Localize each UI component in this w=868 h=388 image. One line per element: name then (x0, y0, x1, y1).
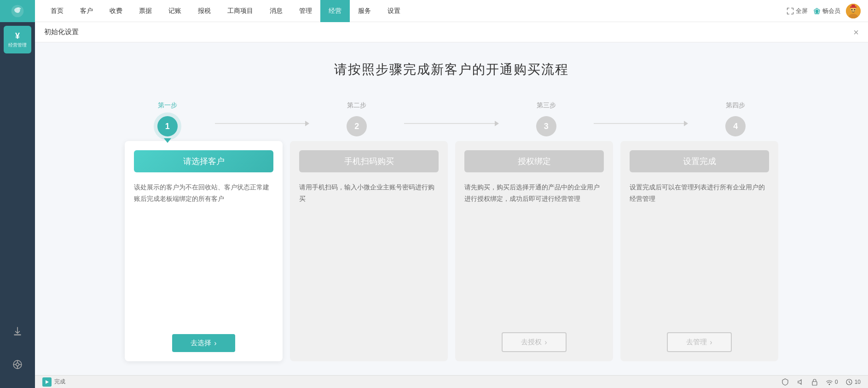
nav-right-area: 全屏 畅会员 (787, 4, 861, 18)
bottom-bar: 完成 (35, 375, 868, 388)
card-step-2: 手机扫码购买 请用手机扫码，输入小微企业主账号密码进行购买 (290, 141, 448, 361)
svg-rect-18 (14, 334, 21, 335)
svg-point-23 (828, 383, 830, 385)
svg-marker-21 (46, 380, 49, 384)
step-1-header: 第一步 1 (120, 101, 215, 136)
clock-value: 10 (855, 379, 861, 385)
step-4-header: 第四步 4 (688, 101, 783, 136)
step-3-node: 3 (536, 116, 556, 136)
wizard-title: 请按照步骤完成新客户的开通购买流程 (334, 61, 569, 78)
nav-item-bookkeeping[interactable]: 记账 (160, 0, 190, 22)
step-1-label: 第一步 (158, 101, 177, 110)
step-2-node: 2 (347, 116, 367, 136)
nav-item-business[interactable]: 工商项目 (219, 0, 261, 22)
card-step-4: 设置完成 设置完成后可以在管理列表进行所有企业用户的经营管理 去管理 › (620, 141, 778, 361)
card-4-desc: 设置完成后可以在管理列表进行所有企业用户的经营管理 (630, 182, 769, 323)
main-layout: ¥ 经营管理 (0, 22, 868, 388)
clock-status: 10 (845, 378, 861, 386)
status-right: 0 10 (781, 378, 861, 386)
cards-row: 请选择客户 该处展示的客户为不在回收站、客户状态正常建账后完成老板端绑定的所有客… (125, 141, 778, 361)
content-area: 初始化设置 × 请按照步骤完成新客户的开通购买流程 第一步 1 (35, 22, 868, 388)
play-icon (42, 377, 52, 387)
svg-point-15 (854, 9, 856, 10)
card-2-desc: 请用手机扫码，输入小微企业主账号密码进行购买 (299, 182, 439, 343)
nav-menu: 首页 客户 收费 票据 记账 报税 工商项目 消息 管理 经营 服务 设置 (42, 0, 787, 22)
nav-item-message[interactable]: 消息 (261, 0, 291, 22)
go-select-arrow: › (214, 339, 216, 347)
card-step-3: 授权绑定 请先购买，购买后选择开通的产品中的企业用户进行授权绑定，成功后即可进行… (455, 141, 613, 361)
svg-point-14 (851, 9, 853, 10)
sidebar-item-operation[interactable]: ¥ 经营管理 (4, 26, 31, 53)
go-authorize-arrow: › (544, 338, 547, 347)
go-select-button[interactable]: 去选择 › (172, 334, 235, 352)
svg-point-20 (16, 363, 19, 366)
app-logo[interactable] (0, 0, 35, 22)
svg-rect-8 (793, 12, 793, 14)
svg-rect-2 (787, 8, 787, 10)
volume-status (796, 378, 804, 386)
nav-item-home[interactable]: 首页 (42, 0, 72, 22)
nav-item-settings[interactable]: 设置 (379, 0, 409, 22)
svg-rect-17 (851, 5, 855, 7)
nav-item-billing[interactable]: 收费 (101, 0, 131, 22)
card-step-1: 请选择客户 该处展示的客户为不在回收站、客户状态正常建账后完成老板端绑定的所有客… (125, 141, 283, 361)
nav-item-invoice[interactable]: 票据 (131, 0, 160, 22)
step-4-label: 第四步 (726, 101, 745, 110)
sidebar: ¥ 经营管理 (0, 22, 35, 388)
nav-item-client[interactable]: 客户 (72, 0, 101, 22)
sidebar-download[interactable] (4, 318, 31, 346)
panel-header: 初始化设置 × (35, 22, 868, 42)
step-1-node: 1 (157, 116, 178, 136)
fullscreen-button[interactable]: 全屏 (787, 7, 808, 15)
connector-1-2 (215, 121, 310, 136)
wifi-count: 0 (835, 379, 838, 385)
connector-3-4 (594, 121, 689, 136)
steps-timeline: 第一步 1 第二步 (120, 101, 783, 136)
close-button[interactable]: × (853, 28, 859, 37)
card-4-action: 去管理 › (630, 332, 769, 352)
card-2-title: 手机扫码购买 (299, 150, 439, 172)
step-4-node: 4 (725, 116, 746, 136)
go-manage-button[interactable]: 去管理 › (667, 332, 731, 352)
step-2-header: 第二步 2 (309, 101, 404, 136)
user-avatar[interactable] (846, 4, 861, 18)
panel-title: 初始化设置 (44, 28, 79, 36)
card-3-desc: 请先购买，购买后选择开通的产品中的企业用户进行授权绑定，成功后即可进行经营管理 (464, 182, 604, 323)
svg-rect-6 (787, 12, 787, 14)
step-3-header: 第三步 3 (499, 101, 594, 136)
svg-rect-4 (793, 8, 793, 10)
card-1-action: 去选择 › (134, 334, 273, 352)
sidebar-support[interactable] (4, 351, 31, 379)
card-3-title: 授权绑定 (464, 150, 604, 172)
sidebar-icon-finance: ¥ (15, 31, 20, 41)
go-manage-arrow: › (710, 338, 712, 347)
svg-marker-10 (815, 9, 819, 13)
status-label: 完成 (54, 378, 65, 386)
card-1-title: 请选择客户 (134, 150, 273, 172)
fullscreen-label: 全屏 (796, 7, 808, 15)
svg-rect-22 (812, 382, 817, 385)
nav-item-tax[interactable]: 报税 (190, 0, 219, 22)
lock-status (811, 378, 818, 386)
sidebar-bottom (4, 318, 31, 388)
vip-label: 畅会员 (822, 7, 840, 15)
step-2-label: 第二步 (347, 101, 366, 110)
card-3-action: 去授权 › (464, 332, 604, 352)
connector-2-3 (404, 121, 499, 136)
sidebar-label-finance: 经营管理 (8, 42, 27, 48)
card-4-title: 设置完成 (630, 150, 769, 172)
nav-item-manage[interactable]: 管理 (291, 0, 320, 22)
wifi-status: 0 (826, 378, 838, 386)
step-3-label: 第三步 (537, 101, 556, 110)
nav-item-service[interactable]: 服务 (350, 0, 379, 22)
card-1-desc: 该处展示的客户为不在回收站、客户状态正常建账后完成老板端绑定的所有客户 (134, 182, 273, 325)
nav-item-operation[interactable]: 经营 (320, 0, 350, 22)
go-authorize-button[interactable]: 去授权 › (502, 332, 566, 352)
shield-status (781, 378, 789, 386)
vip-button[interactable]: 畅会员 (813, 7, 840, 15)
top-navigation: 首页 客户 收费 票据 记账 报税 工商项目 消息 管理 经营 服务 设置 全屏 (0, 0, 868, 22)
wizard-container: 请按照步骤完成新客户的开通购买流程 第一步 1 (35, 42, 868, 375)
